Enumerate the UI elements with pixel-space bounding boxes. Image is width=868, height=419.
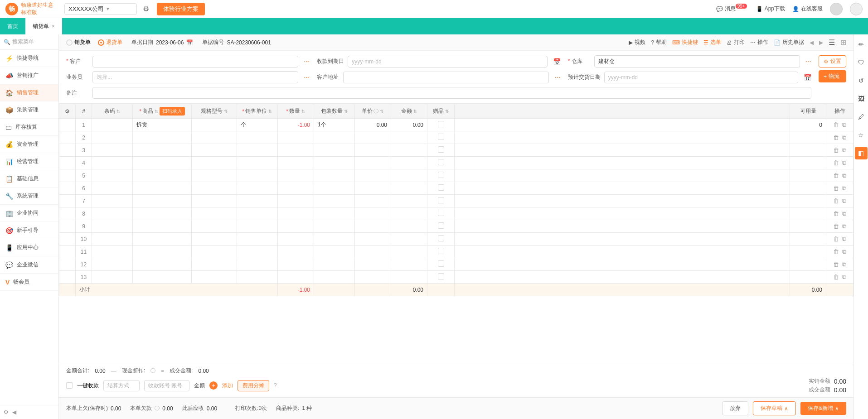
scan-button[interactable]: 扫码录入 bbox=[160, 107, 185, 116]
cell-amount-3[interactable] bbox=[391, 157, 427, 169]
copy-icon-9[interactable]: ⧉ bbox=[842, 236, 846, 242]
customer-input[interactable] bbox=[92, 56, 298, 67]
cell-amount-9[interactable] bbox=[391, 233, 427, 246]
delete-icon-6[interactable]: 🗑 bbox=[833, 197, 839, 204]
cell-notes-4[interactable] bbox=[455, 169, 790, 182]
cell-spec-9[interactable] bbox=[192, 233, 237, 246]
cell-amount-12[interactable] bbox=[391, 271, 427, 284]
return-order-radio[interactable]: 退货单 bbox=[98, 39, 122, 46]
cell-qty-11[interactable] bbox=[278, 258, 314, 271]
cell-notes-11[interactable] bbox=[455, 258, 790, 271]
cell-product-9[interactable] bbox=[133, 233, 192, 246]
delete-icon-10[interactable]: 🗑 bbox=[833, 248, 839, 255]
app-download-button[interactable]: 📱 App下载 bbox=[756, 5, 785, 13]
cell-price-0[interactable]: 0.00 bbox=[355, 119, 391, 131]
cell-pkg-7[interactable] bbox=[314, 207, 355, 220]
cell-notes-2[interactable] bbox=[455, 144, 790, 157]
add-payment-button[interactable]: + bbox=[209, 381, 218, 390]
cell-price-3[interactable] bbox=[355, 157, 391, 169]
gift-checkbox-5[interactable] bbox=[438, 184, 444, 191]
sidebar-item-system[interactable]: 🔧 系统管理 bbox=[0, 188, 58, 205]
date-cal-icon[interactable]: 📅 bbox=[186, 39, 193, 46]
cell-unit-5[interactable] bbox=[237, 182, 278, 195]
cell-product-7[interactable] bbox=[133, 207, 192, 220]
cell-gift-3[interactable] bbox=[427, 157, 455, 169]
cell-product-3[interactable] bbox=[133, 157, 192, 169]
cell-qty-6[interactable] bbox=[278, 195, 314, 207]
warehouse-input[interactable]: 建材仓 bbox=[594, 55, 800, 67]
delete-icon-4[interactable]: 🗑 bbox=[833, 172, 839, 179]
select-order-btn[interactable]: ☰ 选单 bbox=[703, 39, 721, 46]
payment-method-select[interactable]: 结算方式 bbox=[103, 380, 140, 391]
expected-date-input[interactable]: yyyy-mm-dd bbox=[604, 72, 798, 83]
cell-qty-1[interactable] bbox=[278, 131, 314, 144]
cell-barcode-7[interactable] bbox=[92, 207, 133, 220]
copy-icon-1[interactable]: ⧉ bbox=[842, 134, 846, 141]
list-view-icon[interactable]: ☰ bbox=[829, 38, 835, 47]
delete-icon-5[interactable]: 🗑 bbox=[833, 185, 839, 192]
cell-gift-2[interactable] bbox=[427, 144, 455, 157]
video-btn[interactable]: ▶ 视频 bbox=[629, 39, 645, 46]
cell-pkg-8[interactable] bbox=[314, 220, 355, 233]
cell-gift-6[interactable] bbox=[427, 195, 455, 207]
cell-product-4[interactable] bbox=[133, 169, 192, 182]
cell-spec-3[interactable] bbox=[192, 157, 237, 169]
gift-checkbox-4[interactable] bbox=[438, 172, 444, 178]
sidebar-settings-icon[interactable]: ⚙ bbox=[4, 409, 9, 415]
cell-price-5[interactable] bbox=[355, 182, 391, 195]
cell-barcode-0[interactable] bbox=[92, 119, 133, 131]
warehouse-dots-icon[interactable]: ··· bbox=[805, 58, 811, 66]
cell-amount-5[interactable] bbox=[391, 182, 427, 195]
gift-checkbox-8[interactable] bbox=[438, 222, 444, 229]
cell-notes-9[interactable] bbox=[455, 233, 790, 246]
user-avatar[interactable] bbox=[830, 3, 843, 15]
fee-help-icon[interactable]: ? bbox=[274, 382, 277, 389]
cell-pkg-3[interactable] bbox=[314, 157, 355, 169]
cell-unit-2[interactable] bbox=[237, 144, 278, 157]
payment-date-input[interactable]: yyyy-mm-dd bbox=[348, 56, 547, 67]
cell-gift-0[interactable] bbox=[427, 119, 455, 131]
tab-close-icon[interactable]: × bbox=[52, 23, 55, 29]
cell-pkg-0[interactable]: 1个 bbox=[314, 119, 355, 131]
one-click-checkbox[interactable] bbox=[66, 382, 73, 389]
cell-price-6[interactable] bbox=[355, 195, 391, 207]
gift-checkbox-10[interactable] bbox=[438, 248, 444, 254]
barcode-sort-icon[interactable]: ⇅ bbox=[116, 109, 120, 114]
float-edit-icon[interactable]: ✏ bbox=[855, 38, 868, 51]
save-draft-button[interactable]: 保存草稿 ∧ bbox=[753, 401, 796, 415]
cell-unit-4[interactable] bbox=[237, 169, 278, 182]
cell-product-0[interactable]: 拆贡 bbox=[133, 119, 192, 131]
cell-gift-5[interactable] bbox=[427, 182, 455, 195]
gift-checkbox-3[interactable] bbox=[438, 159, 444, 165]
cell-barcode-3[interactable] bbox=[92, 157, 133, 169]
salesperson-dots-icon[interactable]: ··· bbox=[304, 73, 310, 82]
customer-addr-input[interactable] bbox=[343, 72, 549, 83]
gift-checkbox-7[interactable] bbox=[438, 210, 444, 216]
shortcut-btn[interactable]: ⌨ 快捷键 bbox=[672, 39, 698, 46]
delete-icon-8[interactable]: 🗑 bbox=[833, 223, 839, 230]
cell-gift-10[interactable] bbox=[427, 246, 455, 258]
cell-gift-8[interactable] bbox=[427, 220, 455, 233]
cell-pkg-2[interactable] bbox=[314, 144, 355, 157]
print-btn[interactable]: 🖨 打印 bbox=[727, 39, 745, 46]
cell-spec-4[interactable] bbox=[192, 169, 237, 182]
message-button[interactable]: 💬 消息 99+ bbox=[716, 5, 749, 13]
cell-price-8[interactable] bbox=[355, 220, 391, 233]
cell-qty-2[interactable] bbox=[278, 144, 314, 157]
cell-price-10[interactable] bbox=[355, 246, 391, 258]
cell-pkg-10[interactable] bbox=[314, 246, 355, 258]
cell-gift-1[interactable] bbox=[427, 131, 455, 144]
cell-qty-3[interactable] bbox=[278, 157, 314, 169]
ops-btn[interactable]: ⋯ 操作 bbox=[750, 39, 768, 46]
sidebar-item-basic-info[interactable]: 📋 基础信息 bbox=[0, 170, 58, 188]
discard-button[interactable]: 放弃 bbox=[722, 401, 748, 415]
cell-price-9[interactable] bbox=[355, 233, 391, 246]
cell-price-11[interactable] bbox=[355, 258, 391, 271]
copy-icon-7[interactable]: ⧉ bbox=[842, 210, 846, 217]
sidebar-collapse-icon[interactable]: ◀ bbox=[12, 409, 16, 415]
cell-gift-4[interactable] bbox=[427, 169, 455, 182]
cell-pkg-5[interactable] bbox=[314, 182, 355, 195]
cell-spec-7[interactable] bbox=[192, 207, 237, 220]
nav-prev-icon[interactable]: ◀ bbox=[810, 39, 814, 46]
cell-notes-10[interactable] bbox=[455, 246, 790, 258]
